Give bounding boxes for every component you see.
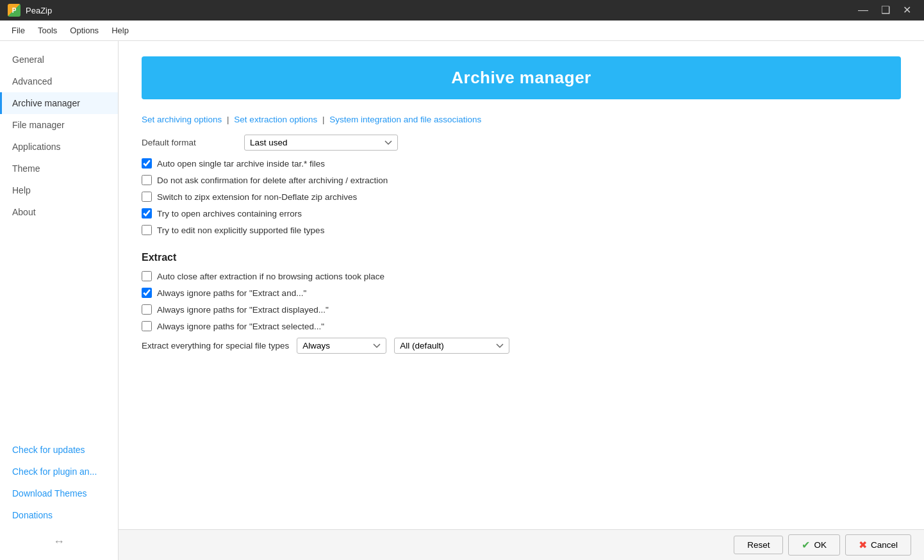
checkbox-try-edit-unsupported-label: Try to edit non explicitly supported fil…	[157, 226, 324, 235]
extract-special-always-select[interactable]: Always Never Ask	[297, 338, 386, 354]
checkbox-auto-open-tar-label: Auto open single tar archive inside tar.…	[157, 159, 325, 169]
reset-button[interactable]: Reset	[734, 536, 783, 554]
cancel-button[interactable]: ✖ Cancel	[845, 534, 911, 556]
app-logo: P	[8, 4, 21, 17]
sidebar-item-download-themes[interactable]: Download Themes	[0, 482, 118, 504]
sidebar: General Advanced Archive manager File ma…	[0, 41, 119, 560]
banner: Archive manager	[142, 56, 901, 99]
sidebar-item-archive-manager[interactable]: Archive manager	[0, 92, 118, 114]
checkbox-switch-zipx-input[interactable]	[142, 192, 152, 202]
checkbox-always-ignore-and-input[interactable]	[142, 288, 152, 298]
checkbox-try-open-errors-label: Try to open archives containing errors	[157, 209, 302, 218]
menu-bar: File Tools Options Help	[0, 21, 924, 41]
close-button[interactable]: ✕	[898, 4, 916, 17]
sidebar-item-check-updates[interactable]: Check for updates	[0, 439, 118, 461]
reset-label: Reset	[747, 540, 770, 550]
minimize-button[interactable]: —	[853, 4, 873, 17]
sidebar-item-theme[interactable]: Theme	[0, 158, 118, 179]
extract-special-label: Extract everything for special file type…	[142, 341, 289, 350]
checkbox-always-ignore-selected-input[interactable]	[142, 321, 152, 331]
checkbox-try-edit-unsupported-input[interactable]	[142, 225, 152, 235]
sidebar-item-about[interactable]: About	[0, 201, 118, 223]
default-format-label: Default format	[142, 138, 244, 147]
extract-special-row: Extract everything for special file type…	[142, 338, 901, 354]
menu-tools[interactable]: Tools	[31, 23, 63, 38]
ok-button[interactable]: ✔ OK	[788, 534, 840, 556]
sidebar-item-general[interactable]: General	[0, 49, 118, 70]
links-row: Set archiving options | Set extraction o…	[142, 115, 901, 124]
menu-options[interactable]: Options	[63, 23, 105, 38]
sidebar-bottom: Check for updates Check for plugin an...…	[0, 434, 118, 531]
checkbox-always-ignore-and: Always ignore paths for "Extract and..."	[142, 288, 901, 298]
action-bar: Reset ✔ OK ✖ Cancel	[119, 529, 924, 560]
checkbox-no-confirm-delete: Do not ask confirmation for delete after…	[142, 175, 901, 185]
checkbox-auto-close-extract-label: Auto close after extraction if no browsi…	[157, 272, 384, 281]
checkbox-switch-zipx-label: Switch to zipx extension for non-Deflate…	[157, 192, 357, 202]
extract-section-header: Extract	[142, 252, 901, 263]
sidebar-resize-handle[interactable]: ↔	[0, 531, 118, 552]
sidebar-item-donations[interactable]: Donations	[0, 504, 118, 526]
checkbox-switch-zipx: Switch to zipx extension for non-Deflate…	[142, 192, 901, 202]
extract-special-type-select[interactable]: All (default) Images Documents Audio Vid…	[394, 338, 509, 354]
link-separator-2: |	[322, 115, 327, 124]
default-format-select[interactable]: Last used ZIP 7Z TAR GZ BZ2	[244, 135, 398, 151]
checkbox-always-ignore-and-label: Always ignore paths for "Extract and..."	[157, 288, 306, 298]
checkbox-try-open-errors-input[interactable]	[142, 208, 152, 218]
checkbox-try-open-errors: Try to open archives containing errors	[142, 208, 901, 218]
app-title: PeaZip	[26, 6, 52, 15]
sidebar-item-check-plugin[interactable]: Check for plugin an...	[0, 461, 118, 482]
sidebar-item-file-manager[interactable]: File manager	[0, 114, 118, 136]
maximize-button[interactable]: ❑	[876, 4, 895, 17]
checkbox-no-confirm-delete-input[interactable]	[142, 175, 152, 185]
title-bar-left: P PeaZip	[8, 4, 52, 17]
link-set-archiving[interactable]: Set archiving options	[142, 115, 222, 124]
checkbox-always-ignore-displayed-input[interactable]	[142, 304, 152, 315]
cancel-icon: ✖	[859, 539, 867, 551]
sidebar-item-advanced[interactable]: Advanced	[0, 70, 118, 92]
checkbox-always-ignore-displayed-label: Always ignore paths for "Extract display…	[157, 305, 329, 315]
window-controls: — ❑ ✕	[853, 4, 916, 17]
content-area: Archive manager Set archiving options | …	[119, 41, 924, 529]
checkbox-auto-open-tar: Auto open single tar archive inside tar.…	[142, 158, 901, 169]
checkbox-auto-open-tar-input[interactable]	[142, 158, 152, 169]
main-layout: General Advanced Archive manager File ma…	[0, 41, 924, 560]
checkbox-always-ignore-displayed: Always ignore paths for "Extract display…	[142, 304, 901, 315]
checkbox-always-ignore-selected: Always ignore paths for "Extract selecte…	[142, 321, 901, 331]
ok-icon: ✔	[802, 539, 810, 551]
checkbox-always-ignore-selected-label: Always ignore paths for "Extract selecte…	[157, 322, 324, 331]
sidebar-item-applications[interactable]: Applications	[0, 136, 118, 158]
link-separator-1: |	[227, 115, 231, 124]
menu-help[interactable]: Help	[105, 23, 135, 38]
checkbox-auto-close-extract-input[interactable]	[142, 271, 152, 281]
checkbox-auto-close-extract: Auto close after extraction if no browsi…	[142, 271, 901, 281]
ok-label: OK	[814, 540, 827, 550]
sidebar-item-help[interactable]: Help	[0, 179, 118, 201]
checkbox-try-edit-unsupported: Try to edit non explicitly supported fil…	[142, 225, 901, 235]
title-bar: P PeaZip — ❑ ✕	[0, 0, 924, 21]
link-set-extraction[interactable]: Set extraction options	[234, 115, 317, 124]
link-system-integration[interactable]: System integration and file associations	[329, 115, 481, 124]
checkbox-no-confirm-delete-label: Do not ask confirmation for delete after…	[157, 176, 388, 185]
cancel-label: Cancel	[871, 540, 898, 550]
default-format-row: Default format Last used ZIP 7Z TAR GZ B…	[142, 135, 901, 151]
menu-file[interactable]: File	[5, 23, 31, 38]
